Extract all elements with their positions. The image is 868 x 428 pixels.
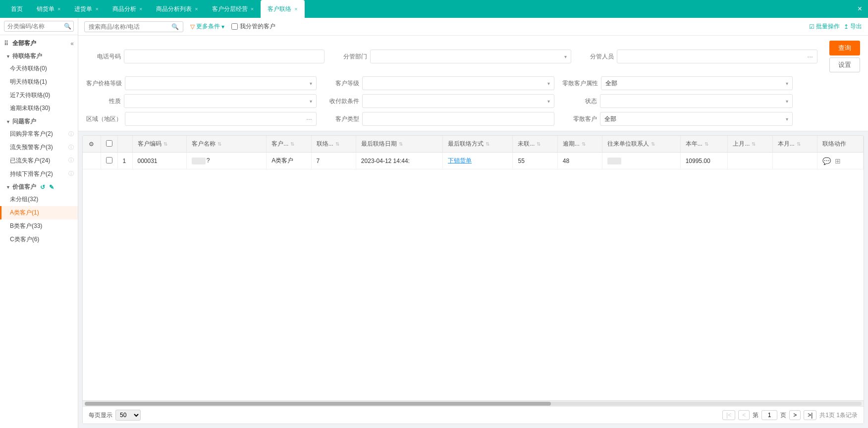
th-this-year[interactable]: 本年... ⇅ bbox=[680, 136, 728, 153]
sidebar-item-loss-warning[interactable]: 流失预警客户(3) ⓘ bbox=[0, 141, 78, 154]
search-box: 🔍 bbox=[84, 21, 183, 32]
payment-select[interactable]: ▾ bbox=[362, 94, 555, 108]
sidebar-item-lost[interactable]: 已流失客户(24) ⓘ bbox=[0, 154, 78, 167]
nav-tab-purchase[interactable]: 进货单 × bbox=[67, 0, 105, 18]
sidebar-group-value[interactable]: ▼ 价值客户 ↺ ✎ bbox=[0, 180, 78, 193]
th-settings[interactable]: ⚙ bbox=[83, 136, 101, 153]
th-no-contact[interactable]: 未联... ⇅ bbox=[513, 136, 557, 153]
prev-page-button[interactable]: < bbox=[738, 410, 750, 420]
th-name[interactable]: 客户名称 ⇅ bbox=[186, 136, 267, 153]
customer-level-caret-icon: ▾ bbox=[547, 81, 550, 86]
td-settings bbox=[83, 153, 101, 169]
status-caret-icon: ▾ bbox=[786, 99, 788, 104]
row-checkbox[interactable] bbox=[106, 157, 112, 163]
last-contact-method-link[interactable]: 下销货单 bbox=[448, 157, 472, 164]
nav-tab-goods-analysis[interactable]: 商品分析 × bbox=[106, 0, 149, 18]
sidebar-search-area: 🔍 bbox=[0, 18, 78, 35]
sidebar-item-class-c[interactable]: C类客户(6) bbox=[0, 233, 78, 246]
sidebar-search-input[interactable] bbox=[4, 21, 74, 32]
dept-caret-icon: ▾ bbox=[564, 54, 567, 59]
last-page-button[interactable]: >| bbox=[804, 410, 816, 420]
window-close-icon[interactable]: × bbox=[858, 4, 862, 13]
my-customers-checkbox[interactable]: 我分管的客户 bbox=[231, 22, 275, 31]
th-category[interactable]: 客户... ⇅ bbox=[267, 136, 311, 153]
first-page-button[interactable]: |< bbox=[722, 410, 735, 420]
close-customer-tier-icon[interactable]: × bbox=[251, 6, 254, 12]
close-goods-analysis-list-icon[interactable]: × bbox=[195, 6, 198, 12]
th-overdue[interactable]: 逾期... ⇅ bbox=[557, 136, 602, 153]
customer-type-select[interactable] bbox=[362, 112, 555, 126]
filter-row-1: 电话号码 分管部门 ▾ 分管人员 ··· bbox=[86, 41, 860, 72]
th-contact[interactable]: 联络... ⇅ bbox=[311, 136, 356, 153]
next-page-button[interactable]: > bbox=[789, 410, 801, 420]
page-number-input[interactable] bbox=[761, 410, 777, 420]
th-this-month[interactable]: 本月... ⇅ bbox=[772, 136, 817, 153]
sidebar-item-today-pending[interactable]: 今天待联络(0) bbox=[0, 62, 78, 75]
price-level-select[interactable]: ▾ bbox=[125, 76, 317, 90]
region-input[interactable]: ··· bbox=[125, 112, 317, 126]
nature-select[interactable]: ▾ bbox=[124, 94, 317, 108]
sidebar-item-7days-pending[interactable]: 近7天待联络(0) bbox=[0, 89, 78, 102]
page-size-select[interactable]: 50 100 200 bbox=[115, 410, 141, 421]
select-all-checkbox[interactable] bbox=[106, 140, 112, 147]
sidebar-item-repurchase-abnormal[interactable]: 回购异常客户(2) ⓘ bbox=[0, 127, 78, 141]
td-overdue: 48 bbox=[557, 153, 602, 169]
settings-icon[interactable]: ⚙ bbox=[89, 141, 94, 148]
close-goods-analysis-icon[interactable]: × bbox=[139, 6, 142, 12]
sidebar-item-class-a[interactable]: A类客户(1) bbox=[0, 206, 78, 219]
nav-tab-sales[interactable]: 销货单 × bbox=[30, 0, 67, 18]
sidebar-group-problem[interactable]: ▼ 问题客户 bbox=[0, 115, 78, 127]
value-refresh-icon[interactable]: ↺ bbox=[40, 184, 45, 191]
phone-input[interactable] bbox=[124, 50, 325, 63]
th-unit-contacts[interactable]: 往来单位联系人 ⇅ bbox=[602, 136, 681, 153]
td-last-contact-date: 2023-04-12 14:44: bbox=[356, 153, 442, 169]
scroll-thumb[interactable] bbox=[85, 402, 551, 406]
table-wrapper[interactable]: ⚙ 客户编码 ⇅ bbox=[83, 136, 864, 400]
sort-icon-code: ⇅ bbox=[163, 141, 167, 147]
horizontal-scrollbar[interactable] bbox=[83, 400, 864, 406]
status-select[interactable]: ▾ bbox=[600, 94, 793, 108]
sidebar-item-unclassified[interactable]: 未分组(32) bbox=[0, 193, 78, 206]
top-nav: 首页 销货单 × 进货单 × 商品分析 × 商品分析列表 × 客户分层经营 × … bbox=[0, 0, 868, 18]
settings-button[interactable]: 设置 bbox=[829, 57, 860, 72]
search-submit-icon[interactable]: 🔍 bbox=[171, 23, 179, 30]
chat-icon[interactable]: 💬 bbox=[822, 157, 831, 165]
info-icon-loss-warning: ⓘ bbox=[68, 144, 74, 151]
th-last-contact-date[interactable]: 最后联络日期 ⇅ bbox=[356, 136, 442, 153]
close-customer-contact-icon[interactable]: × bbox=[294, 6, 297, 12]
th-last-month[interactable]: 上月... ⇅ bbox=[728, 136, 772, 153]
export-button[interactable]: ↥ 导出 bbox=[844, 22, 862, 31]
value-edit-icon[interactable]: ✎ bbox=[49, 184, 54, 191]
nav-tab-customer-tier[interactable]: 客户分层经营 × bbox=[205, 0, 261, 18]
nav-tab-customer-contact[interactable]: 客户联络 × bbox=[261, 0, 304, 18]
triangle-icon-value: ▼ bbox=[6, 185, 10, 190]
th-last-contact-method[interactable]: 最后联络方式 ⇅ bbox=[443, 136, 513, 153]
sidebar-collapse-icon[interactable]: « bbox=[70, 40, 74, 47]
sidebar-item-tomorrow-pending[interactable]: 明天待联络(1) bbox=[0, 75, 78, 89]
manager-input[interactable]: ··· bbox=[617, 50, 817, 63]
field-nature: 性质 ▾ bbox=[86, 94, 317, 108]
nav-tab-goods-analysis-list[interactable]: 商品分析列表 × bbox=[149, 0, 205, 18]
dept-select[interactable]: ▾ bbox=[370, 50, 571, 63]
scroll-track bbox=[85, 402, 862, 406]
sidebar-item-declining[interactable]: 持续下滑客户(2) ⓘ bbox=[0, 167, 78, 181]
sidebar-item-class-b[interactable]: B类客户(33) bbox=[0, 219, 78, 233]
my-customers-check-input[interactable] bbox=[231, 23, 238, 30]
qr-icon[interactable]: ⊞ bbox=[835, 157, 841, 165]
th-code[interactable]: 客户编码 ⇅ bbox=[132, 136, 186, 153]
more-filter-button[interactable]: ▽ 更多条件 ▾ bbox=[187, 21, 227, 32]
query-button[interactable]: 查询 bbox=[829, 41, 860, 55]
customer-level-select[interactable]: ▾ bbox=[362, 76, 555, 90]
close-sales-icon[interactable]: × bbox=[57, 6, 60, 12]
sidebar-search-icon[interactable]: 🔍 bbox=[64, 23, 71, 30]
search-input[interactable] bbox=[89, 23, 171, 30]
close-purchase-icon[interactable]: × bbox=[95, 6, 98, 12]
nav-tab-home[interactable]: 首页 bbox=[4, 0, 30, 18]
field-scatter: 零散客户 全部 ▾ bbox=[562, 112, 793, 126]
sidebar-group-pending[interactable]: ▼ 待联络客户 bbox=[0, 50, 78, 62]
sidebar-item-overdue-pending[interactable]: 逾期未联络(30) bbox=[0, 102, 78, 115]
scatter-attr-select[interactable]: 全部 ▾ bbox=[601, 76, 793, 90]
sort-icon-name: ⇅ bbox=[217, 141, 221, 147]
batch-op-button[interactable]: ☑ 批量操作 bbox=[809, 22, 840, 31]
scatter-select[interactable]: 全部 ▾ bbox=[600, 112, 793, 126]
